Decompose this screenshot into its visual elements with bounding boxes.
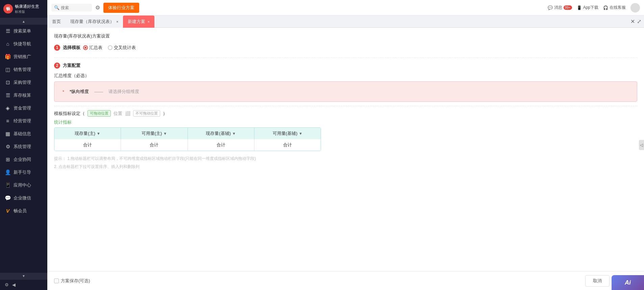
stat-body-col-3: 合计 [188,139,254,151]
sidebar: 畅 畅康通好生意 标准版 ▲ ☰ 搜索菜单 ⌂ 快捷导航 🎁 营销推广 ◫ 销售… [0,0,47,290]
stat-col-2-dropdown-icon[interactable]: ▼ [163,131,167,136]
sidebar-item-operations[interactable]: ≡ 经营管理 [0,115,47,127]
tab-inventory-close-icon[interactable]: × [116,20,118,24]
sidebar-item-sales[interactable]: ◫ 销售管理 [0,63,47,76]
operations-icon: ≡ [5,118,11,124]
sidebar-item-quick-nav[interactable]: ⌂ 快捷导航 [0,38,47,50]
sidebar-item-label: 新手引导 [14,169,31,175]
hint-section: 提示： 1.拖动标题栏可以调整布局，不可跨维度或指标区域拖动栏目字段(只能在同一… [54,155,637,170]
stat-col-1-header[interactable]: 现存量(主) ▼ [54,128,121,139]
sidebar-item-app-center[interactable]: 📱 应用中心 [0,179,47,192]
sidebar-item-label: 企业微信 [14,195,31,201]
sidebar-item-label: 快捷导航 [14,41,31,47]
cancel-button[interactable]: 取消 [585,275,610,287]
section1-number: 1 [54,45,60,51]
sidebar-item-system[interactable]: ⚙ 系统管理 [0,140,47,153]
messages-badge-item[interactable]: 💬 消息 99+ [548,5,572,10]
dimension-label: 汇总维度（必选） [54,73,637,79]
sidebar-item-label: 基础信息 [14,131,31,137]
tab-home[interactable]: 首页 [47,16,66,28]
main-area: 🔍 ⚙ 体验行业方案 💬 消息 99+ 📱 App下载 🎧 在线客服 首页 [47,0,644,290]
online-support-item[interactable]: 🎧 在线客服 [603,5,626,10]
ai-float-button[interactable]: Ai [612,275,644,290]
tab-expand-icon[interactable]: ⤢ [637,18,641,25]
tab-new-scheme[interactable]: 新建方案 × [123,16,154,28]
headset-icon: 🎧 [603,5,608,10]
sidebar-item-wechat[interactable]: 💬 企业微信 [0,192,47,204]
messages-count-badge: 99+ [564,5,572,10]
app-download-label: App下载 [583,5,598,10]
tab-inventory-label: 现存量（库存状况表） [70,19,114,25]
save-scheme-checkbox-row[interactable]: 方案保存(可选) [54,278,90,284]
sidebar-logo: 畅 畅康通好生意 标准版 [0,0,47,18]
purchase-icon: ⊡ [5,79,11,86]
stat-body-col-1: 合计 [54,139,121,151]
member-icon: V [5,208,11,214]
sidebar-item-label: 搜索菜单 [14,28,31,34]
stat-body-col-2: 合计 [121,139,188,151]
topbar-right: 💬 消息 99+ 📱 App下载 🎧 在线客服 [548,3,640,13]
sidebar-item-search-menu[interactable]: ☰ 搜索菜单 [0,25,47,38]
sidebar-item-purchase[interactable]: ⊡ 采购管理 [0,76,47,89]
stat-col-2-header[interactable]: 可用量(主) ▼ [121,128,188,139]
marketing-icon: 🎁 [5,54,11,60]
hint-line-2: 2. 点击标题栏下拉可设置排序、插入列和删除列 [54,163,637,171]
tab-close-window-icon[interactable]: ✕ [630,18,635,25]
app-logo-text: 畅康通好生意 标准版 [15,4,39,14]
section1-title: 选择模板 [63,45,80,51]
search-menu-icon: ☰ [5,28,11,34]
template-options: 汇总表 交叉统计表 [83,45,136,51]
page-title: 现存量(库存状况表)方案设置 [54,33,637,39]
sidebar-item-label: 库存核算 [14,92,31,98]
save-scheme-checkbox[interactable] [54,279,59,283]
sidebar-item-inventory[interactable]: ☰ 库存核算 [0,89,47,102]
sidebar-item-finance[interactable]: ◈ 资金管理 [0,102,47,115]
search-icon: 🔍 [54,5,59,10]
stat-col-1-dropdown-icon[interactable]: ▼ [97,131,100,136]
radio-option-cross[interactable]: 交叉统计表 [108,45,136,51]
basics-icon: ▦ [5,131,11,137]
user-avatar[interactable] [630,3,640,13]
app-download-item[interactable]: 📱 App下载 [577,5,598,10]
vertical-dimension-box[interactable]: * *纵向维度 —— 请选择分组维度 [54,81,637,102]
sidebar-scroll-down[interactable]: ▼ [0,273,47,279]
sidebar-item-member[interactable]: V 畅会员 [0,204,47,217]
sidebar-collapse-icon[interactable]: ◀ [12,282,16,287]
indicator-label-sep: 位置 [114,111,122,117]
tab-new-scheme-close-icon[interactable]: × [147,20,149,24]
stat-col-3-dropdown-icon[interactable]: ▼ [232,131,236,136]
stat-col-1-label: 现存量(主) [75,130,95,137]
dim-divider [54,106,637,106]
tab-inventory-status[interactable]: 现存量（库存状况表） × [66,16,123,28]
settings-gear-icon[interactable]: ⚙ [95,4,100,11]
non-draggable-icon: ⬜ [125,111,130,116]
sidebar-item-cooperation[interactable]: ⊞ 企业协同 [0,153,47,166]
trial-industry-button[interactable]: 体验行业方案 [103,3,139,13]
sidebar-item-label: 应用中心 [14,182,31,188]
required-star: * [63,89,64,94]
sidebar-item-marketing[interactable]: 🎁 营销推广 [0,50,47,63]
radio-summary-label: 汇总表 [89,45,102,51]
radio-summary-circle [83,45,88,50]
right-collapse-button[interactable]: ◁ [639,140,644,150]
sidebar-scroll-up[interactable]: ▲ [0,18,47,25]
app-logo-icon: 畅 [3,4,13,14]
sidebar-settings-icon[interactable]: ⚙ [5,282,9,287]
section-scheme: 2 方案配置 汇总维度（必选） * *纵向维度 —— 请选择分组维度 模板指标设… [54,63,637,170]
content-area: 现存量(库存状况表)方案设置 1 选择模板 汇总表 交叉统计表 [47,28,644,271]
sidebar-nav: ☰ 搜索菜单 ⌂ 快捷导航 🎁 营销推广 ◫ 销售管理 ⊡ 采购管理 ☰ 库存核… [0,25,47,273]
stat-section-title: 统计指标 [54,119,637,125]
quick-nav-icon: ⌂ [5,41,11,47]
search-input[interactable] [61,5,88,10]
radio-option-summary[interactable]: 汇总表 [83,45,102,51]
stat-col-4-header[interactable]: 可用量(基辅) ▼ [254,128,321,139]
mobile-icon: 📱 [577,5,582,10]
stat-col-2-label: 可用量(主) [142,130,162,137]
sidebar-item-label: 采购管理 [14,79,31,86]
sidebar-item-guide[interactable]: 👤 新手引导 [0,166,47,179]
tab-home-label: 首页 [52,19,61,25]
section2-number: 2 [54,63,60,69]
stat-col-4-dropdown-icon[interactable]: ▼ [299,131,302,136]
sidebar-item-basics[interactable]: ▦ 基础信息 [0,127,47,140]
stat-col-3-header[interactable]: 现存量(基辅) ▼ [188,128,254,139]
